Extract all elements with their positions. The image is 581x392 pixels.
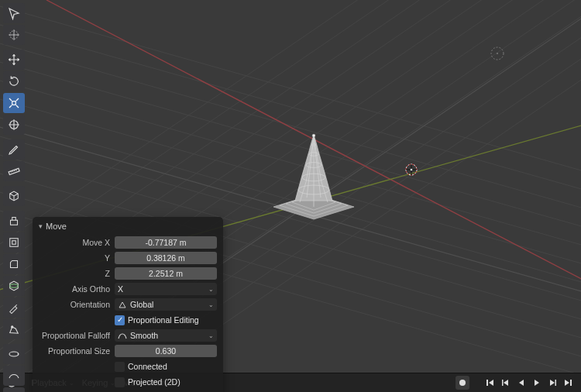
move-x-field[interactable]: -0.77187 m [115, 236, 217, 249]
operator-title: Move [46, 222, 67, 231]
prop-size-field[interactable]: 0.630 [115, 345, 217, 357]
orientation-select[interactable]: Global ⌄ [115, 298, 217, 311]
prop-falloff-label: Proportional Falloff [39, 331, 115, 340]
svg-marker-68 [519, 380, 524, 386]
inset-tool[interactable] [3, 232, 25, 253]
move-tool[interactable] [3, 50, 25, 70]
orientation-label: Orientation [39, 300, 115, 309]
move-y-label: Y [39, 253, 115, 263]
auto-keying-toggle[interactable] [456, 376, 469, 390]
svg-rect-49 [12, 101, 16, 105]
svg-rect-67 [502, 380, 504, 386]
axis-icon [118, 300, 127, 309]
svg-point-56 [12, 326, 13, 328]
prop-size-label: Proportional Size [39, 346, 115, 356]
move-z-label: Z [39, 269, 115, 278]
axis-ortho-value: X [118, 284, 123, 294]
move-y-field[interactable]: 0.38126 m [115, 252, 217, 264]
chevron-down-icon: ⌄ [208, 286, 214, 293]
bevel-tool[interactable] [3, 254, 25, 274]
connected-checkbox[interactable] [115, 362, 125, 372]
svg-rect-51 [9, 168, 19, 174]
svg-rect-52 [11, 220, 18, 225]
play-reverse-button[interactable] [514, 376, 528, 390]
svg-point-45 [497, 53, 498, 54]
svg-marker-66 [504, 380, 508, 386]
knife-tool[interactable] [3, 297, 25, 318]
loopcut-tool[interactable] [3, 276, 25, 296]
tweak-select-tool[interactable] [3, 3, 25, 23]
svg-point-55 [10, 284, 19, 288]
cursor-tool[interactable] [3, 25, 25, 45]
svg-rect-73 [570, 380, 572, 386]
record-icon [459, 380, 466, 386]
svg-rect-71 [555, 380, 557, 386]
cursor-3d-icon [404, 163, 418, 177]
jump-to-end-button[interactable] [561, 376, 575, 390]
jump-to-start-button[interactable] [483, 376, 497, 390]
tool-shelf [3, 3, 26, 392]
spin-tool[interactable] [3, 344, 25, 364]
add-cube-tool[interactable] [3, 186, 25, 206]
falloff-smooth-icon [118, 331, 127, 340]
svg-point-57 [9, 352, 19, 356]
scale-tool[interactable] [3, 93, 25, 113]
svg-point-43 [411, 169, 413, 171]
svg-marker-72 [565, 380, 569, 386]
measure-tool[interactable] [3, 161, 25, 181]
axis-ortho-label: Axis Ortho [39, 284, 115, 294]
smooth-tool[interactable] [3, 366, 25, 386]
orientation-value: Global [130, 300, 153, 309]
svg-rect-64 [486, 380, 488, 386]
rotate-tool[interactable] [3, 71, 25, 91]
polybuild-tool[interactable] [3, 319, 25, 339]
operator-panel-header[interactable]: ▾ Move [39, 222, 217, 231]
play-button[interactable] [530, 376, 544, 390]
annotate-tool[interactable] [3, 139, 25, 160]
operator-panel: ▾ Move Move X -0.77187 m Y 0.38126 m Z 2… [33, 217, 223, 392]
next-keyframe-button[interactable] [545, 376, 559, 390]
prop-falloff-select[interactable]: Smooth ⌄ [115, 329, 217, 342]
svg-rect-53 [10, 239, 19, 247]
connected-label: Connected [128, 362, 167, 371]
transform-tool[interactable] [3, 115, 25, 135]
prev-keyframe-button[interactable] [499, 376, 513, 390]
svg-rect-54 [12, 241, 16, 245]
move-z-field[interactable]: 2.2512 m [115, 267, 217, 280]
axis-ortho-select[interactable]: X ⌄ [115, 283, 217, 295]
prop-editing-label: Proportional Editing [128, 315, 199, 325]
prop-falloff-value: Smooth [130, 331, 158, 340]
empty-object-icon [488, 44, 507, 63]
chevron-down-icon: ▾ [39, 222, 43, 230]
projected-checkbox[interactable] [115, 377, 125, 387]
move-x-label: Move X [39, 238, 115, 247]
svg-marker-70 [550, 380, 555, 386]
chevron-down-icon: ⌄ [208, 301, 214, 308]
svg-marker-65 [489, 380, 493, 386]
chevron-down-icon: ⌄ [208, 332, 214, 339]
svg-point-38 [312, 134, 315, 137]
projected-label: Projected (2D) [128, 377, 180, 387]
edge-slide-tool[interactable] [3, 387, 25, 392]
svg-marker-69 [535, 380, 539, 386]
playback-controls [483, 376, 575, 390]
prop-editing-checkbox[interactable] [115, 315, 125, 325]
extrude-tool[interactable] [3, 211, 25, 231]
